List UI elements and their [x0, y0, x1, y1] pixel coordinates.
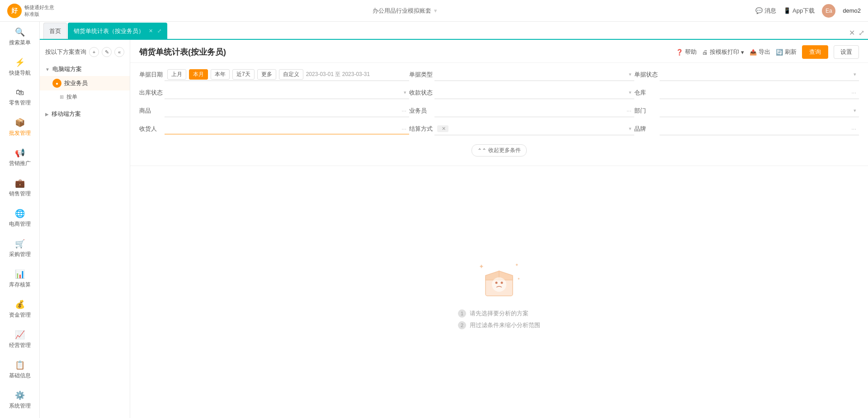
settings-button[interactable]: 设置 [834, 45, 859, 59]
header-right: 💬 消息 📱 App下载 Ea demo2 [755, 4, 861, 18]
date-btn-this-year[interactable]: 本年 [211, 69, 230, 80]
settlement-label: 结算方式 [409, 125, 434, 133]
status-select[interactable]: ▾ [660, 68, 859, 81]
refresh-button[interactable]: 🔄 刷新 [776, 48, 797, 56]
filter-row-2: 出库状态 ▾ 收款状态 ▾ [139, 86, 859, 99]
date-btn-custom[interactable]: 自定义 [279, 69, 303, 80]
svg-text:✦: ✦ [517, 277, 520, 281]
export-button[interactable]: 📤 导出 [750, 48, 770, 56]
sidebar-item-finance[interactable]: 💰 资金管理 [0, 294, 39, 324]
tab-close-all-button[interactable]: ✕ [849, 28, 855, 37]
date-btn-last-7-days[interactable]: 近7天 [232, 69, 255, 80]
svg-text:✦: ✦ [479, 263, 484, 270]
svg-point-3 [492, 277, 506, 292]
sidebar-item-marketing[interactable]: 📢 营销推广 [0, 142, 39, 173]
filter-goods: 商品 ··· [139, 104, 409, 117]
warehouse-dots-icon: ··· [851, 89, 856, 96]
sidebar: 🔍 搜索菜单 ⚡ 快捷导航 🛍 零售管理 📦 批发管理 📢 营销推广 💼 销售管… [0, 22, 40, 418]
cart-icon: 🛒 [15, 239, 25, 249]
filter-date: 单据日期 上月 本月 本年 近7天 更多 自定义 20 [139, 68, 409, 81]
grid-icon: ⊞ [60, 94, 64, 100]
app-download-button[interactable]: 📱 App下载 [783, 7, 815, 15]
template-print-button[interactable]: 🖨 按模板打印 ▾ [702, 48, 744, 56]
retail-icon: 🛍 [16, 88, 24, 97]
sidebar-item-inventory[interactable]: 📊 库存核算 [0, 264, 39, 294]
goods-label: 商品 [139, 107, 165, 115]
sidebar-item-retail[interactable]: 🛍 零售管理 [0, 82, 39, 112]
sidebar-item-ecommerce[interactable]: 🌐 电商管理 [0, 203, 39, 233]
sidebar-item-system[interactable]: ⚙️ 系统管理 [0, 385, 39, 415]
salesperson-select[interactable]: ··· [434, 104, 634, 117]
brand-select[interactable]: ··· [660, 123, 859, 135]
dept-label: 部门 [634, 107, 660, 115]
out-status-select[interactable]: ▾ [165, 86, 409, 99]
warehouse-select[interactable]: ··· [660, 86, 859, 99]
right-main: 销货单统计表(按业务员) ❓ 帮助 🖨 按模板打印 ▾ 📤 [130, 40, 868, 418]
tab-fullscreen-button[interactable]: ⤢ [859, 28, 864, 37]
settlement-dropdown-icon: ▾ [629, 126, 632, 132]
sidebar-item-purchase[interactable]: 🛒 采购管理 [0, 233, 39, 264]
consignee-input[interactable] [167, 125, 401, 132]
goods-dots-icon: ··· [401, 107, 406, 114]
tab-bar: 首页 销货单统计表（按业务员） ✕ ⤢ ✕ ⤢ [40, 22, 868, 40]
type-select[interactable]: ▾ [434, 68, 634, 81]
date-btn-this-month[interactable]: 本月 [189, 69, 208, 80]
edit-scheme-button[interactable]: ✎ [102, 47, 112, 57]
goods-select[interactable]: ··· [165, 104, 409, 117]
tree-child-salesperson[interactable]: ● 按业务员 [40, 76, 130, 90]
out-status-label: 出库状态 [139, 89, 165, 97]
consignee-label: 收货人 [139, 125, 165, 133]
dept-select[interactable]: ▾ [660, 104, 859, 117]
settlement-tag-close-icon[interactable]: ✕ [442, 126, 446, 132]
receipt-status-select[interactable]: ▾ [434, 86, 634, 99]
main-layout: 🔍 搜索菜单 ⚡ 快捷导航 🛍 零售管理 📦 批发管理 📢 营销推广 💼 销售管… [0, 22, 868, 418]
panel-actions: + ✎ « [89, 47, 124, 57]
help-icon: ❓ [676, 49, 683, 56]
tab-close-icon[interactable]: ✕ [149, 28, 153, 34]
left-panel: 按以下方案查询 + ✎ « ▼ 电脑端方案 ● [40, 40, 130, 418]
svg-point-5 [501, 281, 503, 284]
date-btn-more[interactable]: 更多 [257, 69, 276, 80]
tab-home[interactable]: 首页 [43, 23, 67, 39]
sidebar-item-sales[interactable]: 💼 销售管理 [0, 173, 39, 203]
tab-sales-report[interactable]: 销货单统计表（按业务员） ✕ ⤢ [68, 23, 167, 39]
print-dropdown-icon: ▾ [741, 49, 744, 56]
empty-state: ✦ ✦ ✦ 1 请先选择要分析的方案 2 用过滤条件来缩小分析范围 [130, 166, 868, 418]
type-label: 单据类型 [409, 71, 434, 79]
sidebar-item-wholesale[interactable]: 📦 批发管理 [0, 112, 39, 142]
sidebar-item-quick-nav[interactable]: ⚡ 快捷导航 [0, 52, 39, 82]
filter-settlement: 结算方式 ✕ ▾ [409, 123, 634, 135]
help-button[interactable]: ❓ 帮助 [676, 48, 697, 56]
avatar[interactable]: Ea [822, 4, 835, 18]
query-button[interactable]: 查询 [802, 45, 828, 59]
message-button[interactable]: 💬 消息 [755, 7, 776, 15]
step-1-number: 1 [458, 309, 466, 318]
active-dot: ● [52, 79, 61, 88]
collapse-panel-button[interactable]: « [114, 47, 124, 57]
sidebar-item-enterprise[interactable]: 🤝 企业协同 [0, 415, 39, 418]
tree-root-desktop[interactable]: ▼ 电脑端方案 [40, 62, 130, 76]
date-btn-last-month[interactable]: 上月 [167, 69, 186, 80]
tree-arrow-icon: ▼ [45, 67, 50, 72]
sidebar-item-search-menu[interactable]: 🔍 搜索菜单 [0, 22, 39, 52]
add-scheme-button[interactable]: + [89, 47, 99, 57]
settlement-select[interactable]: ✕ ▾ [434, 123, 634, 135]
salesperson-label: 业务员 [409, 107, 434, 115]
tab-bar-container: 首页 销货单统计表（按业务员） ✕ ⤢ ✕ ⤢ 按以下方案查询 + ✎ [40, 22, 868, 418]
logo-text: 畅捷通好生意 标准版 [24, 4, 54, 17]
gear-icon: ⚙️ [15, 390, 25, 400]
empty-steps: 1 请先选择要分析的方案 2 用过滤条件来缩小分析范围 [458, 309, 540, 329]
filter-type: 单据类型 ▾ [409, 68, 634, 81]
consignee-control[interactable]: ··· [165, 124, 409, 134]
tree-root-mobile[interactable]: ▶ 移动端方案 [40, 107, 130, 121]
tree-section-desktop: ▼ 电脑端方案 ● 按业务员 ⊞ 按单 [40, 61, 130, 105]
sidebar-item-operation[interactable]: 📈 经营管理 [0, 324, 39, 355]
tab-maximize-icon[interactable]: ⤢ [157, 28, 161, 34]
date-label: 单据日期 [139, 71, 165, 79]
sidebar-item-basic[interactable]: 📋 基础信息 [0, 355, 39, 385]
tree-sub-child-byorder[interactable]: ⊞ 按单 [40, 90, 130, 104]
export-icon: 📤 [750, 49, 757, 56]
collapse-button[interactable]: ⌃⌃ 收起更多条件 [472, 144, 527, 157]
brand-label: 品牌 [634, 125, 660, 133]
consignee-dots-icon: ··· [401, 125, 406, 132]
